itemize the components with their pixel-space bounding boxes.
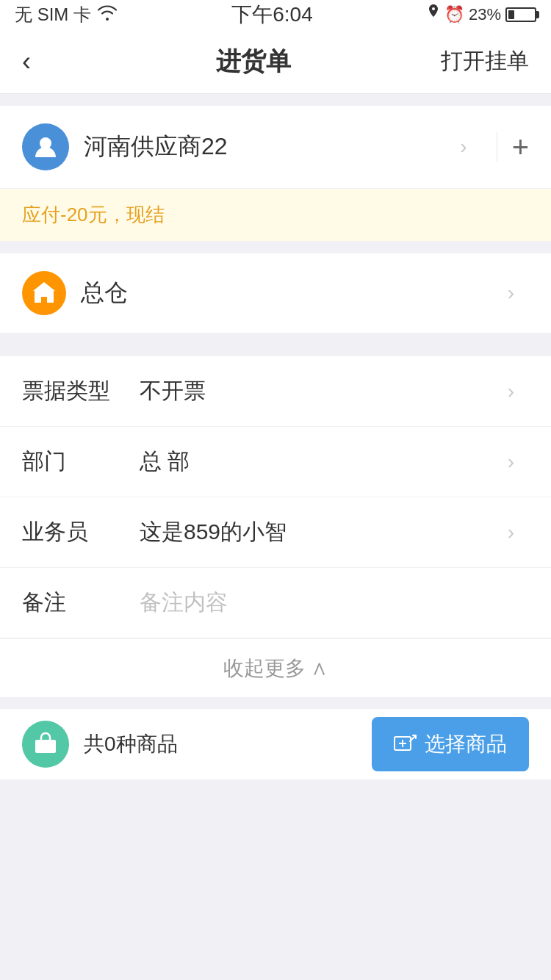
open-pending-button[interactable]: 打开挂单 — [441, 46, 529, 76]
notice-text: 应付-20元，现结 — [22, 203, 165, 226]
divider-3 — [0, 333, 551, 345]
supplier-name: 河南供应商22 — [84, 131, 460, 163]
remark-row[interactable]: 备注 备注内容 — [0, 568, 551, 638]
warehouse-name: 总仓 — [81, 277, 508, 309]
department-row[interactable]: 部门 总 部 › — [0, 427, 551, 497]
status-bar: 无 SIM 卡 下午6:04 ⏰ 23% — [0, 0, 551, 29]
status-right: ⏰ 23% — [427, 4, 536, 25]
select-product-button[interactable]: 选择商品 — [372, 717, 529, 771]
supplier-divider — [497, 132, 497, 162]
add-supplier-button[interactable]: + — [512, 132, 529, 162]
divider-top — [0, 94, 551, 106]
collapse-label: 收起更多 ∧ — [223, 655, 328, 682]
product-count-label: 共0种商品 — [84, 730, 372, 758]
battery-percentage: 23% — [469, 5, 501, 24]
invoice-type-label: 票据类型 — [22, 376, 125, 406]
warehouse-chevron-icon: › — [508, 281, 514, 305]
invoice-type-row[interactable]: 票据类型 不开票 › — [0, 356, 551, 427]
page-title: 进货单 — [216, 45, 291, 79]
salesperson-chevron-icon: › — [508, 521, 514, 544]
alarm-icon: ⏰ — [444, 5, 464, 24]
svg-rect-4 — [35, 740, 56, 753]
salesperson-value: 这是859的小智 — [140, 517, 508, 547]
department-chevron-icon: › — [508, 450, 514, 474]
nav-bar: ‹ 进货单 打开挂单 — [0, 29, 551, 94]
battery-icon — [505, 7, 536, 22]
wifi-icon — [97, 4, 118, 25]
collapse-button[interactable]: 收起更多 ∧ — [0, 638, 551, 697]
location-icon — [427, 4, 440, 25]
product-icon — [22, 721, 69, 768]
supplier-chevron-icon: › — [460, 135, 467, 159]
svg-rect-3 — [41, 297, 47, 303]
invoice-type-chevron-icon: › — [508, 380, 514, 403]
remark-label: 备注 — [22, 588, 125, 618]
invoice-type-value: 不开票 — [140, 376, 508, 406]
carrier-label: 无 SIM 卡 — [15, 3, 91, 26]
time-display: 下午6:04 — [231, 1, 313, 29]
notice-bar: 应付-20元，现结 — [0, 189, 551, 241]
supplier-row[interactable]: 河南供应商22 › + — [0, 106, 551, 189]
supplier-section: 河南供应商22 › + 应付-20元，现结 — [0, 106, 551, 241]
form-section: 票据类型 不开票 › 部门 总 部 › 业务员 这是859的小智 › 备注 备注… — [0, 356, 551, 697]
svg-marker-2 — [33, 282, 55, 291]
department-value: 总 部 — [140, 447, 508, 477]
warehouse-row[interactable]: 总仓 › — [0, 253, 551, 333]
warehouse-icon — [22, 271, 66, 315]
select-product-label: 选择商品 — [425, 730, 507, 758]
product-bar: 共0种商品 选择商品 — [0, 709, 551, 779]
salesperson-row[interactable]: 业务员 这是859的小智 › — [0, 497, 551, 568]
status-left: 无 SIM 卡 — [15, 3, 118, 26]
back-button[interactable]: ‹ — [22, 46, 66, 77]
remark-placeholder[interactable]: 备注内容 — [140, 588, 529, 618]
department-label: 部门 — [22, 447, 125, 477]
salesperson-label: 业务员 — [22, 517, 125, 547]
divider-2 — [0, 241, 551, 253]
supplier-avatar — [22, 123, 69, 170]
warehouse-section: 总仓 › — [0, 253, 551, 333]
